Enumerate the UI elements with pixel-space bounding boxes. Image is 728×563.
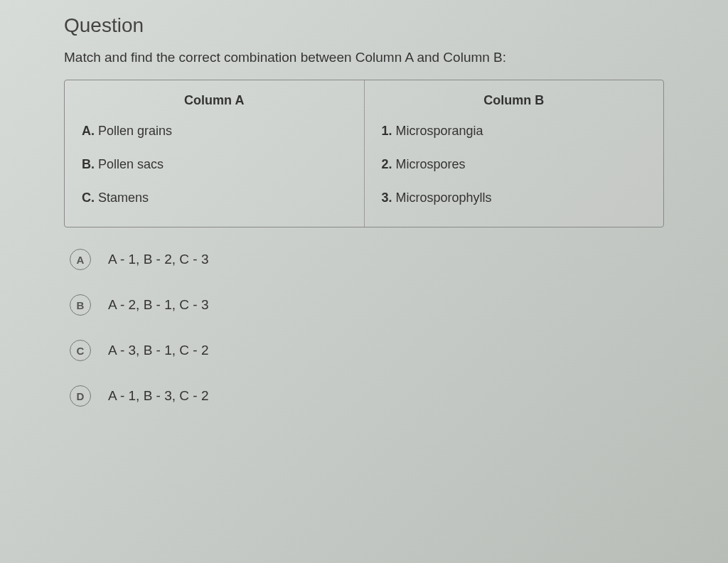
option-text: A - 2, B - 1, C - 3: [108, 297, 209, 313]
option-text: A - 1, B - 2, C - 3: [108, 252, 209, 267]
column-a-item: C. Stamens: [82, 191, 347, 205]
item-text: Microsporophylls: [392, 191, 492, 205]
item-label: 3.: [382, 191, 392, 205]
item-text: Pollen sacs: [95, 157, 164, 171]
item-label: B.: [82, 157, 95, 171]
option-letter-icon: B: [70, 294, 91, 316]
column-b-header: Column B: [382, 93, 647, 108]
column-a-item: B. Pollen sacs: [82, 157, 347, 172]
item-text: Microsporangia: [392, 124, 483, 138]
column-b: Column B 1. Microsporangia 2. Microspore…: [365, 80, 664, 227]
option-text: A - 1, B - 3, C - 2: [108, 388, 209, 404]
item-label: 1.: [382, 124, 392, 138]
column-a-header: Column A: [82, 93, 347, 108]
item-label: C.: [82, 191, 95, 205]
option-d[interactable]: D A - 1, B - 3, C - 2: [70, 385, 664, 407]
option-letter-icon: A: [70, 249, 91, 270]
item-label: A.: [82, 124, 95, 138]
option-b[interactable]: B A - 2, B - 1, C - 3: [70, 294, 664, 316]
option-c[interactable]: C A - 3, B - 1, C - 2: [70, 340, 664, 361]
item-text: Microspores: [392, 157, 466, 171]
option-letter-icon: C: [70, 340, 91, 361]
column-a: Column A A. Pollen grains B. Pollen sacs…: [65, 80, 365, 227]
match-table: Column A A. Pollen grains B. Pollen sacs…: [64, 80, 664, 227]
item-text: Pollen grains: [95, 124, 172, 138]
item-label: 2.: [382, 157, 392, 171]
column-b-item: 2. Microspores: [382, 157, 647, 172]
question-prompt: Match and find the correct combination b…: [64, 50, 664, 65]
option-letter-icon: D: [70, 385, 91, 407]
column-a-item: A. Pollen grains: [82, 124, 347, 139]
column-b-item: 3. Microsporophylls: [382, 191, 647, 205]
option-a[interactable]: A A - 1, B - 2, C - 3: [70, 249, 664, 270]
option-text: A - 3, B - 1, C - 2: [108, 343, 209, 358]
question-title: Question: [64, 14, 664, 37]
item-text: Stamens: [95, 191, 149, 205]
column-b-item: 1. Microsporangia: [382, 124, 647, 139]
options-list: A A - 1, B - 2, C - 3 B A - 2, B - 1, C …: [64, 249, 664, 407]
